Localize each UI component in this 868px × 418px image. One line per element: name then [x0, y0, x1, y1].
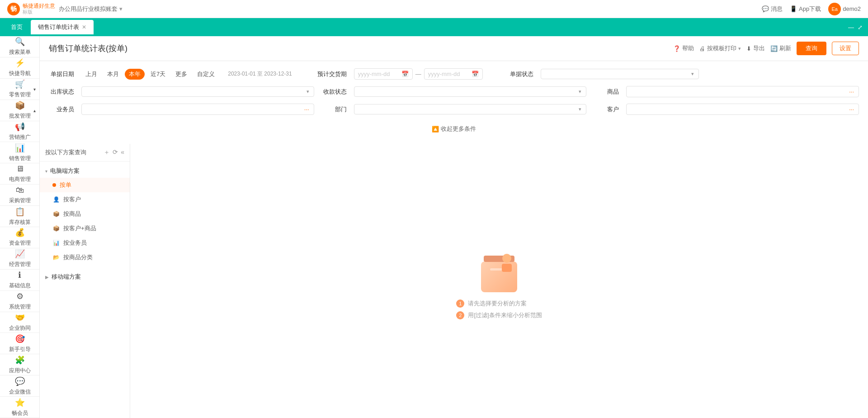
- tip-2-num: 2: [456, 311, 464, 319]
- date-btn-last-month[interactable]: 上月: [81, 69, 101, 80]
- active-dot: [52, 183, 56, 187]
- date-range-display: 2023-01-01 至 2023-12-31: [228, 70, 292, 78]
- setting-button[interactable]: 设置: [832, 42, 859, 55]
- message-icon: 💬: [762, 5, 769, 12]
- page-header: 销售订单统计表(按单) ❓ 帮助 🖨 按模板打印 ▾ ⬇ 导出: [40, 36, 868, 61]
- sidebar: 🔍 搜索菜单 ⚡ 快捷导航 🛒 零售管理 ▾ 📦 批发管理 ▴ 📢 营销推广 📊…: [0, 36, 40, 418]
- sidebar-item-operations[interactable]: 📈 经营管理: [0, 248, 39, 270]
- query-button[interactable]: 查询: [797, 42, 826, 55]
- salesman-ellipsis-btn[interactable]: ···: [304, 106, 309, 113]
- scheme-panel: 按以下方案查询 ＋ ⟳ « ▾ 电脑端方案 按单: [40, 144, 130, 418]
- dept-label: 部门: [321, 105, 347, 114]
- scheme-item-by-salesman[interactable]: 📊 按业务员: [40, 236, 130, 250]
- scheme-title: 按以下方案查询: [45, 148, 86, 157]
- dept-select[interactable]: ▾: [354, 104, 587, 114]
- expected-date-end[interactable]: yyyy-mm-dd 📅: [424, 68, 483, 80]
- sidebar-item-retail[interactable]: 🛒 零售管理 ▾: [0, 79, 39, 100]
- page-actions: ❓ 帮助 🖨 按模板打印 ▾ ⬇ 导出 🔄 刷新: [673, 42, 859, 55]
- date-btn-7days[interactable]: 近7天: [146, 69, 170, 80]
- salesman-input[interactable]: ···: [81, 104, 314, 115]
- help-btn[interactable]: ❓ 帮助: [673, 44, 694, 52]
- scheme-group-pc-title[interactable]: ▾ 电脑端方案: [40, 164, 130, 178]
- date-btn-custom[interactable]: 自定义: [193, 69, 219, 80]
- quicknav-icon: ⚡: [15, 58, 25, 68]
- date-btn-more[interactable]: 更多: [171, 69, 191, 80]
- scheme-add-icon[interactable]: ＋: [104, 148, 110, 157]
- sidebar-item-corp-wechat[interactable]: 💬 企业微信: [0, 375, 39, 397]
- sidebar-item-corp[interactable]: 🤝 企业协同: [0, 312, 39, 333]
- refresh-btn[interactable]: 🔄 刷新: [770, 44, 791, 52]
- by-customer-icon: 👤: [52, 196, 60, 203]
- sidebar-item-purchase[interactable]: 🛍 采购管理: [0, 185, 39, 206]
- export-btn[interactable]: ⬇ 导出: [746, 44, 765, 52]
- page-title: 销售订单统计表(按单): [49, 43, 127, 54]
- maximize-icon[interactable]: ⤢: [858, 24, 863, 31]
- newbie-icon: 🎯: [15, 334, 25, 344]
- scheme-item-by-cust-goods[interactable]: 📦 按客户+商品: [40, 221, 130, 236]
- customer-label: 客户: [594, 105, 619, 114]
- basic-info-icon: ℹ: [18, 270, 21, 280]
- inventory-icon: 📋: [15, 207, 25, 217]
- tip-1-num: 1: [456, 299, 464, 308]
- calendar-icon: 📅: [401, 71, 409, 77]
- sidebar-item-search[interactable]: 🔍 搜索菜单: [0, 36, 39, 57]
- customer-input[interactable]: ···: [626, 104, 859, 115]
- date-btn-this-month[interactable]: 本月: [103, 69, 123, 80]
- ship-status-select[interactable]: ▾: [81, 86, 314, 97]
- main-layout: 🔍 搜索菜单 ⚡ 快捷导航 🛒 零售管理 ▾ 📦 批发管理 ▴ 📢 营销推广 📊…: [0, 36, 868, 418]
- scheme-refresh-icon[interactable]: ⟳: [113, 148, 118, 157]
- sidebar-item-member[interactable]: ⭐ 畅会员: [0, 397, 39, 418]
- minimize-icon[interactable]: —: [848, 24, 854, 31]
- scheme-collapse-icon[interactable]: «: [121, 148, 124, 157]
- tab-home[interactable]: 首页: [4, 20, 30, 34]
- sidebar-item-inventory[interactable]: 📋 库存核算: [0, 206, 39, 227]
- scheme-item-by-goods-cat[interactable]: 📂 按商品分类: [40, 250, 130, 265]
- sidebar-item-sales-mgmt[interactable]: 📊 销售管理: [0, 142, 39, 163]
- content-area: 销售订单统计表(按单) ❓ 帮助 🖨 按模板打印 ▾ ⬇ 导出: [40, 36, 868, 418]
- scheme-group-pc: ▾ 电脑端方案 按单 👤 按客户 📦 按商品: [40, 162, 130, 267]
- goods-ellipsis-btn[interactable]: ···: [849, 88, 854, 95]
- sidebar-item-quick-nav[interactable]: ⚡ 快捷导航: [0, 57, 39, 79]
- tab-close-icon[interactable]: ✕: [82, 24, 86, 30]
- scheme-item-by-goods[interactable]: 📦 按商品: [40, 207, 130, 221]
- finance-icon: 💰: [15, 228, 25, 238]
- goods-input[interactable]: ···: [626, 86, 859, 97]
- search-icon: 🔍: [15, 37, 25, 47]
- page-title-row: 销售订单统计表(按单) ❓ 帮助 🖨 按模板打印 ▾ ⬇ 导出: [49, 42, 859, 55]
- chevron-up-icon: ▴: [33, 108, 36, 113]
- message-btn[interactable]: 💬 消息: [762, 5, 783, 13]
- user-menu[interactable]: Ea demo2: [828, 3, 861, 15]
- template-print-chevron: ▾: [738, 46, 741, 52]
- chevron-down-icon: ▾: [33, 86, 36, 91]
- sales-mgmt-icon: 📊: [15, 143, 25, 153]
- scheme-item-by-customer[interactable]: 👤 按客户: [40, 192, 130, 207]
- sidebar-item-newbie[interactable]: 🎯 新手引导: [0, 333, 39, 354]
- status-select[interactable]: ▾: [541, 69, 699, 79]
- breadcrumb[interactable]: 办公用品行业模拟账套 ▾: [59, 5, 123, 13]
- help-icon: ❓: [673, 45, 680, 52]
- app-download-btn[interactable]: 📱 App下载: [790, 5, 821, 13]
- scheme-group-mobile-title[interactable]: ▶ 移动端方案: [40, 270, 130, 284]
- tab-sales-stat[interactable]: 销售订单统计表 ✕: [31, 20, 94, 34]
- sidebar-item-basic-info[interactable]: ℹ 基础信息: [0, 270, 39, 291]
- scheme-item-by-order[interactable]: 按单: [40, 178, 130, 192]
- refresh-icon: 🔄: [770, 45, 778, 52]
- customer-ellipsis-btn[interactable]: ···: [849, 106, 854, 113]
- expected-date-start[interactable]: yyyy-mm-dd 📅: [354, 68, 413, 80]
- sidebar-item-ecommerce[interactable]: 🖥 电商管理: [0, 163, 39, 185]
- sidebar-item-app-center[interactable]: 🧩 应用中心: [0, 354, 39, 375]
- logo-area: 畅 畅捷通好生意 标版: [7, 3, 55, 15]
- char-body: [502, 264, 512, 272]
- collapse-bar[interactable]: 🔼 收起更多条件: [49, 121, 859, 137]
- template-print-btn[interactable]: 🖨 按模板打印 ▾: [699, 44, 741, 52]
- scheme-group-mobile: ▶ 移动端方案: [40, 267, 130, 286]
- sidebar-item-wholesale[interactable]: 📦 批发管理 ▴: [0, 100, 39, 121]
- sidebar-item-system[interactable]: ⚙ 系统管理: [0, 291, 39, 312]
- sidebar-item-finance[interactable]: 💰 资金管理: [0, 227, 39, 248]
- sidebar-item-marketing[interactable]: 📢 营销推广: [0, 121, 39, 142]
- recv-status-select[interactable]: ▾: [354, 86, 587, 97]
- date-btn-this-year[interactable]: 本年: [125, 69, 145, 80]
- app-center-icon: 🧩: [15, 355, 25, 365]
- goods-label: 商品: [594, 88, 619, 96]
- export-icon: ⬇: [746, 45, 751, 52]
